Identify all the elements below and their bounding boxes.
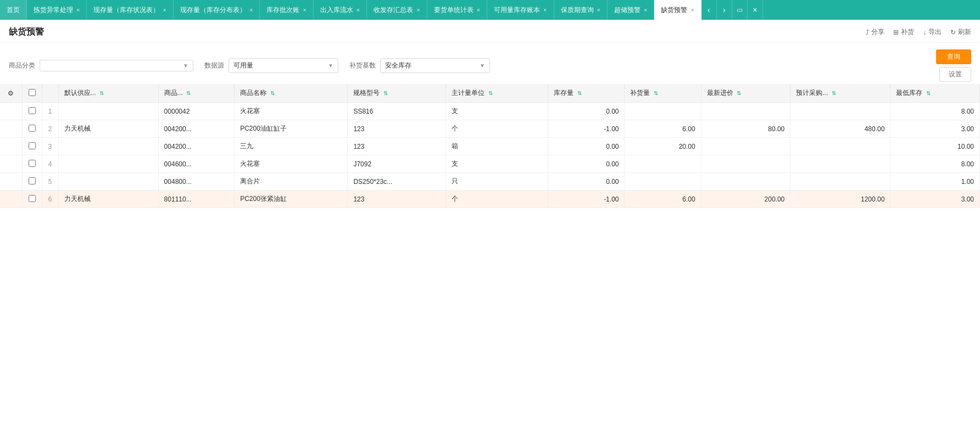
tab-restore-btn[interactable]: ▭ (732, 0, 748, 20)
row-checkbox-cell[interactable] (22, 103, 42, 120)
export-btn[interactable]: ↓ 导出 (923, 27, 942, 37)
sort-product-name-icon: ⇅ (270, 90, 275, 96)
col-gear[interactable]: ⚙ (0, 84, 22, 103)
row-default-supplier (58, 155, 158, 173)
table-body: 1 0000042 火花塞 SS816 支 0.00 8.00 2 力天机械 0… (0, 103, 980, 208)
settings-button[interactable]: 设置 (939, 67, 971, 82)
row-est-purchase (790, 155, 890, 173)
tab-shortage-close[interactable]: × (691, 7, 694, 13)
gear-settings-icon[interactable]: ⚙ (8, 89, 14, 97)
tab-flow[interactable]: 出入库流水 × (314, 0, 367, 20)
col-default-supplier[interactable]: 默认供应... ⇅ (58, 84, 158, 103)
tab-flow-label: 出入库流水 (320, 5, 353, 15)
col-product-code[interactable]: 商品... ⇅ (158, 84, 235, 103)
tab-available[interactable]: 可用量库存账本 × (487, 0, 554, 20)
row-product-code: 004600... (158, 155, 235, 173)
datasource-select[interactable]: 可用量 ▼ (229, 58, 338, 73)
replenish-btn[interactable]: ⊞ 补货 (893, 27, 914, 37)
category-select[interactable]: ▼ (40, 60, 193, 71)
share-icon: ⤴ (866, 29, 869, 36)
tab-stock-status-close[interactable]: × (163, 7, 166, 13)
col-latest-price[interactable]: 最新进价 ⇅ (701, 84, 790, 103)
query-button[interactable]: 查询 (936, 49, 971, 64)
tab-prev-btn[interactable]: ‹ (701, 0, 717, 20)
tab-shortage-label: 缺货预警 (661, 5, 687, 15)
category-label: 商品分类 (9, 61, 35, 70)
tab-next-btn[interactable]: › (717, 0, 732, 20)
col-replenish-qty[interactable]: 补货量 ⇅ (625, 84, 701, 103)
col-unit[interactable]: 主计量单位 ⇅ (446, 84, 548, 103)
main-content: 缺货预警 ⤴ 分享 ⊞ 补货 ↓ 导出 ↻ 刷新 商品分类 (0, 20, 980, 437)
col-product-name[interactable]: 商品名称 ⇅ (235, 84, 348, 103)
datasource-filter-group: 数据源 可用量 ▼ (204, 58, 338, 73)
tab-picking[interactable]: 拣货异常处理 × (27, 0, 87, 20)
row-checkbox-cell[interactable] (22, 191, 42, 208)
refresh-btn[interactable]: ↻ 刷新 (950, 27, 971, 37)
tab-home[interactable]: 首页 (0, 0, 27, 20)
row-latest-price (701, 173, 790, 191)
row-replenish-qty: 6.00 (625, 191, 701, 208)
row-checkbox[interactable] (29, 125, 36, 132)
tab-overstock[interactable]: 超储预警 × (608, 0, 654, 20)
row-unit: 支 (446, 155, 548, 173)
row-product-name: 离合片 (235, 173, 348, 191)
sort-unit-icon: ⇅ (488, 90, 493, 96)
tab-summary[interactable]: 收发存汇总表 × (367, 0, 427, 20)
tab-batch[interactable]: 库存批次账 × (260, 0, 313, 20)
select-all-checkbox[interactable] (29, 89, 36, 96)
sort-default-supplier-icon: ⇅ (99, 90, 104, 96)
row-checkbox[interactable] (29, 195, 36, 202)
row-spec: DS250*23c... (348, 173, 446, 191)
row-latest-price (701, 103, 790, 120)
col-min-stock-label: 最低库存 (896, 89, 922, 97)
row-checkbox[interactable] (29, 142, 36, 149)
col-stock[interactable]: 库存量 ⇅ (548, 84, 625, 103)
tab-shortage[interactable]: 缺货预警 × (654, 0, 701, 20)
table-row: 4 004600... 火花塞 J7092 支 0.00 8.00 (0, 155, 980, 173)
tab-available-close[interactable]: × (543, 7, 547, 13)
row-product-code: 004800... (158, 173, 235, 191)
tab-picking-close[interactable]: × (76, 7, 80, 13)
replenish-base-select[interactable]: 安全库存 ▼ (380, 58, 490, 73)
row-est-purchase: 1200.00 (790, 191, 890, 208)
row-checkbox-cell[interactable] (22, 120, 42, 138)
tab-summary-close[interactable]: × (416, 7, 420, 13)
col-spec-label: 规格型号 (353, 89, 380, 97)
col-spec[interactable]: 规格型号 ⇅ (348, 84, 446, 103)
sort-product-code-icon: ⇅ (186, 90, 191, 96)
row-stock: -1.00 (548, 191, 625, 208)
tab-overstock-close[interactable]: × (644, 7, 647, 13)
share-label: 分享 (871, 27, 884, 37)
tab-requisition[interactable]: 要货单统计表 × (427, 0, 487, 20)
col-unit-label: 主计量单位 (452, 89, 485, 97)
row-checkbox[interactable] (29, 160, 36, 167)
row-checkbox[interactable] (29, 107, 36, 114)
tab-stock-dist[interactable]: 现存量（库存分布表） × (174, 0, 260, 20)
tab-expiry-close[interactable]: × (597, 7, 600, 13)
tab-close-all-btn[interactable]: × (748, 0, 763, 20)
tab-flow-close[interactable]: × (357, 7, 360, 13)
col-est-purchase[interactable]: 预计采购... ⇅ (790, 84, 890, 103)
row-checkbox-cell[interactable] (22, 155, 42, 173)
row-stock: 0.00 (548, 173, 625, 191)
tab-stock-status[interactable]: 现存量（库存状况表） × (87, 0, 173, 20)
tab-expiry[interactable]: 保质期查询 × (554, 0, 608, 20)
refresh-icon: ↻ (950, 29, 956, 36)
datasource-dropdown-icon: ▼ (328, 63, 333, 69)
col-est-purchase-label: 预计采购... (796, 89, 828, 97)
tab-bar: 首页 拣货异常处理 × 现存量（库存状况表） × 现存量（库存分布表） × 库存… (0, 0, 980, 20)
row-spec: J7092 (348, 155, 446, 173)
sort-latest-price-icon: ⇅ (737, 90, 741, 96)
col-checkbox[interactable] (22, 84, 42, 103)
tab-stock-dist-close[interactable]: × (249, 7, 253, 13)
share-btn[interactable]: ⤴ 分享 (866, 27, 884, 37)
row-checkbox[interactable] (29, 177, 36, 184)
filter-action-area: 查询 设置 (936, 49, 971, 82)
tab-batch-close[interactable]: × (303, 7, 306, 13)
col-min-stock[interactable]: 最低库存 ⇅ (890, 84, 980, 103)
row-unit: 个 (446, 120, 548, 138)
tab-requisition-close[interactable]: × (477, 7, 480, 13)
row-checkbox-cell[interactable] (22, 138, 42, 155)
row-checkbox-cell[interactable] (22, 173, 42, 191)
row-latest-price (701, 138, 790, 155)
